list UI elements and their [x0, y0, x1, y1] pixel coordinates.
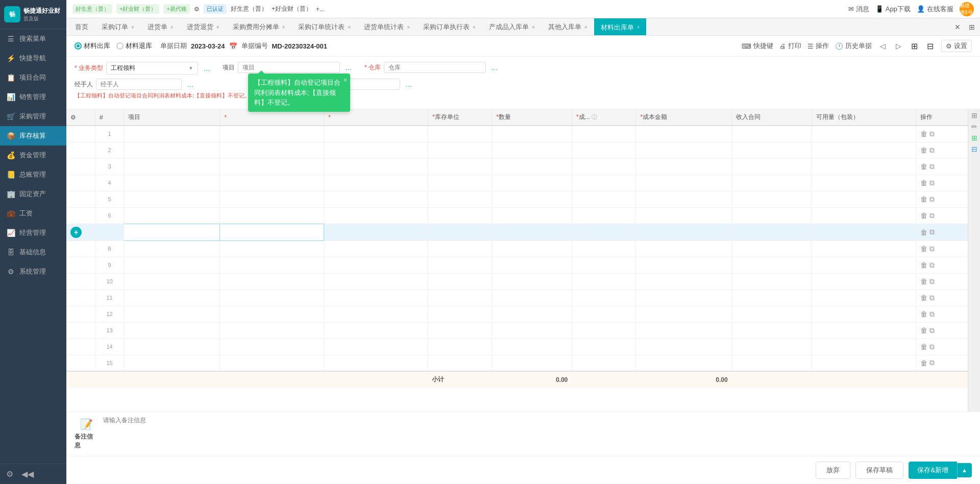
print-btn[interactable]: 🖨 打印: [779, 41, 801, 51]
project-input[interactable]: [238, 62, 340, 73]
tab-other-in[interactable]: 其他入库单×: [542, 18, 594, 36]
nav-haoshengyi[interactable]: 好生意（普）: [231, 5, 267, 13]
notes-input[interactable]: [103, 416, 972, 430]
tab-close-purchase-exec[interactable]: ×: [473, 25, 476, 30]
sidebar-item-operations[interactable]: 📈 经营管理: [0, 223, 66, 243]
message-btn[interactable]: ✉ 消息: [848, 5, 869, 14]
sidebar-item-project[interactable]: 📋 项目合同: [0, 68, 66, 87]
nav-haoyecai[interactable]: +好业财（普）: [272, 5, 312, 13]
sidebar-item-purchase[interactable]: 🛒 采购管理: [0, 107, 66, 126]
tab-close-goods-return[interactable]: ×: [216, 25, 219, 30]
tab-purchase-order[interactable]: 采购订单×: [95, 18, 141, 36]
sidebar-item-ledger[interactable]: 📒 总账管理: [0, 165, 66, 184]
tab-finished-in[interactable]: 产成品入库单×: [482, 18, 542, 36]
tab-more-btn[interactable]: ⊞: [966, 21, 978, 33]
app-download-btn[interactable]: 📱 App下载: [875, 5, 911, 14]
radio-material-out[interactable]: 材料出库: [75, 41, 110, 51]
delete-row-icon[interactable]: 🗑: [920, 130, 927, 138]
sidebar-item-basic[interactable]: 🗄 基础信息: [0, 243, 66, 262]
copy-row-icon[interactable]: ⧉: [929, 130, 935, 138]
prev-record-btn[interactable]: ◁: [878, 42, 888, 50]
income-contract-more-btn[interactable]: …: [403, 80, 414, 88]
list-view-btn[interactable]: ⊞: [910, 41, 919, 51]
tab-close-purchase-order[interactable]: ×: [131, 25, 134, 30]
service-btn[interactable]: 👤 在线客服: [917, 5, 953, 14]
delete-row-icon[interactable]: 🗑: [920, 343, 927, 351]
copy-row-icon[interactable]: ⧉: [929, 195, 935, 204]
tab-purchase-stat[interactable]: 采购订单统计表×: [291, 18, 357, 36]
close-all-tabs-btn[interactable]: ✕: [951, 21, 964, 33]
project-more-btn[interactable]: …: [343, 63, 354, 71]
handler-more-btn[interactable]: …: [185, 80, 196, 88]
delete-row-icon[interactable]: 🗑: [920, 359, 927, 367]
tab-close-material-out[interactable]: ×: [637, 25, 640, 30]
delete-row-icon[interactable]: 🗑: [920, 179, 927, 187]
delete-row-icon[interactable]: 🗑: [920, 195, 927, 203]
right-panel-edit-icon[interactable]: ✏: [971, 123, 977, 131]
tab-close-other-in[interactable]: ×: [584, 25, 587, 30]
delete-row-icon[interactable]: 🗑: [920, 326, 927, 334]
discard-button[interactable]: 放弃: [816, 462, 850, 479]
copy-row-icon[interactable]: ⧉: [929, 310, 935, 319]
delete-row-icon[interactable]: 🗑: [920, 277, 927, 285]
right-panel-green-icon[interactable]: ⊞: [971, 134, 977, 142]
copy-row-icon[interactable]: ⧉: [929, 162, 935, 171]
right-panel-grid-icon[interactable]: ⊞: [971, 111, 977, 119]
copy-row-icon[interactable]: ⧉: [929, 294, 935, 302]
copy-row-icon[interactable]: ⧉: [929, 146, 935, 155]
warehouse-more-btn[interactable]: …: [489, 63, 500, 71]
sidebar-item-assets[interactable]: 🏢 固定资产: [0, 184, 66, 204]
tab-close-goods-stat[interactable]: ×: [407, 25, 410, 30]
tab-close-goods-in[interactable]: ×: [170, 25, 174, 30]
sidebar-item-quick[interactable]: ⚡ 快捷导航: [0, 49, 66, 68]
user-avatar[interactable]: 畅捷通8号: [960, 2, 974, 16]
col-header-gear[interactable]: ⚙: [66, 109, 95, 126]
delete-row-icon[interactable]: 🗑: [920, 146, 927, 154]
delete-row-icon[interactable]: 🗑: [920, 294, 927, 302]
delete-row-icon[interactable]: 🗑: [920, 228, 927, 236]
copy-row-icon[interactable]: ⧉: [929, 179, 935, 187]
tab-purchase-exec[interactable]: 采购订单执行表×: [416, 18, 482, 36]
right-panel-blue-icon[interactable]: ⊟: [971, 145, 977, 153]
sidebar-item-finance[interactable]: 💰 资金管理: [0, 146, 66, 165]
tab-goods-stat[interactable]: 进货单统计表×: [357, 18, 416, 36]
save-new-button[interactable]: 保存&新增: [909, 462, 957, 479]
copy-row-icon[interactable]: ⧉: [929, 211, 935, 220]
radio-material-return[interactable]: 材料退库: [116, 41, 152, 51]
operation-btn[interactable]: ☰ 操作: [807, 41, 829, 51]
sidebar-item-sales[interactable]: 📊 销售管理: [0, 87, 66, 107]
handler-input[interactable]: [96, 79, 182, 90]
sidebar-item-inventory[interactable]: 📦 库存核算: [0, 126, 66, 146]
biz-type-more-btn[interactable]: …: [201, 64, 212, 72]
delete-row-icon[interactable]: 🗑: [920, 310, 927, 318]
sidebar-item-system[interactable]: ⚙ 系统管理: [0, 262, 66, 281]
next-record-btn[interactable]: ▷: [894, 42, 903, 50]
add-row-btn[interactable]: +: [70, 227, 82, 238]
calendar-icon[interactable]: 📅: [229, 42, 237, 50]
collapse-icon[interactable]: ◀◀: [21, 469, 34, 479]
biz-type-select[interactable]: 工程领料 ▼: [106, 62, 198, 75]
sidebar-item-search[interactable]: ☰ 搜索菜单: [0, 29, 66, 49]
settings-bottom-icon[interactable]: ⚙: [6, 469, 13, 479]
quick-key-btn[interactable]: ⌨ 快捷键: [742, 41, 773, 51]
tab-goods-in[interactable]: 进货单×: [141, 18, 180, 36]
copy-row-icon[interactable]: ⧉: [929, 228, 935, 236]
copy-row-icon[interactable]: ⧉: [929, 245, 935, 253]
delete-row-icon[interactable]: 🗑: [920, 245, 927, 253]
delete-row-icon[interactable]: 🗑: [920, 211, 927, 220]
copy-row-icon[interactable]: ⧉: [929, 261, 935, 270]
warehouse-input[interactable]: [384, 62, 486, 73]
tab-home[interactable]: 首页: [68, 18, 95, 36]
save-new-dropdown-btn[interactable]: ▲: [957, 463, 972, 477]
delete-row-icon[interactable]: 🗑: [920, 162, 927, 171]
tab-close-finished-in[interactable]: ×: [532, 25, 535, 30]
delete-row-icon[interactable]: 🗑: [920, 261, 927, 269]
card-view-btn[interactable]: ⊟: [925, 41, 935, 51]
settings-gear[interactable]: ⚙: [194, 6, 200, 13]
copy-row-icon[interactable]: ⧉: [929, 326, 935, 335]
copy-row-icon[interactable]: ⧉: [929, 277, 935, 286]
tab-goods-return[interactable]: 进货退货×: [180, 18, 226, 36]
history-btn[interactable]: 🕐 历史单据: [835, 41, 872, 51]
tab-material-out[interactable]: 材料出库单×: [594, 18, 647, 36]
copy-row-icon[interactable]: ⧉: [929, 358, 935, 367]
